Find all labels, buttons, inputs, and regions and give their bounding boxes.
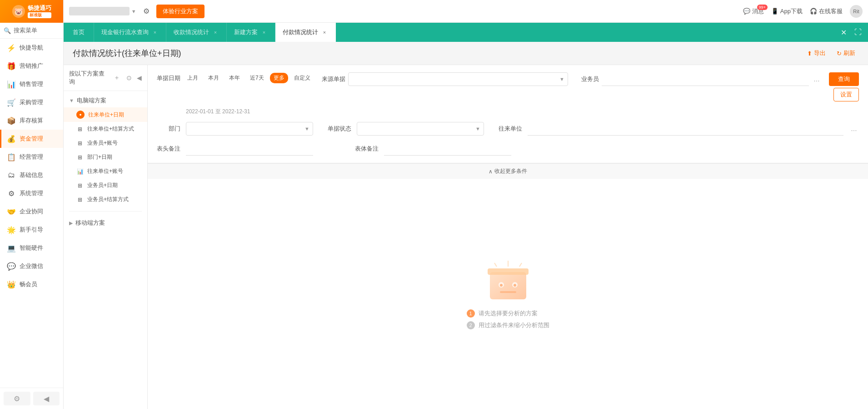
date-buttons: 上月 本月 本年 近7天 更多 自定义 — [183, 72, 314, 84]
sidebar-logo: 🐷 畅捷通巧 标准版 — [0, 0, 63, 23]
messages-btn[interactable]: 💬 消息 99+ — [743, 7, 764, 15]
scheme-item-label: 往来单位+日期 — [88, 111, 124, 119]
stock-icon: 📦 — [7, 116, 16, 125]
refresh-btn[interactable]: ↻ 刷新 — [833, 47, 859, 59]
close-all-tabs-btn[interactable]: ✕ — [837, 26, 850, 39]
scheme-icon: 📊 — [76, 168, 84, 175]
app-download-label: App下载 — [780, 7, 803, 15]
scheme-collapse-btn[interactable]: ◀ — [137, 74, 142, 81]
search-icon: 🔍 — [4, 27, 11, 34]
new-scheme-tab-close[interactable]: × — [260, 29, 268, 36]
sidebar-item-label: 营销推广 — [20, 62, 43, 70]
scheme-add-btn[interactable]: ＋ — [112, 73, 121, 83]
partner-input[interactable] — [528, 122, 843, 136]
hardware-icon: 💻 — [7, 243, 16, 252]
hint-2-text: 用过滤条件来缩小分析范围 — [479, 321, 549, 329]
scheme-section-mobile-header[interactable]: ▶ 移动端方案 — [64, 216, 147, 230]
last-7-btn[interactable]: 近7天 — [246, 72, 268, 84]
scheme-settings-btn[interactable]: ⊙ — [125, 73, 134, 83]
collapse-more-btn[interactable]: ∧ 收起更多条件 — [148, 163, 868, 179]
bank-tab-close[interactable]: × — [151, 29, 159, 36]
topbar-settings-btn[interactable]: ⚙ — [140, 5, 153, 18]
hint-num-1: 1 — [467, 309, 475, 318]
dept-select-wrapper: ▼ — [186, 122, 313, 136]
scheme-item-unit-date[interactable]: ● 往来单位+日期 — [64, 107, 147, 122]
user-avatar[interactable]: Rit — [850, 5, 863, 18]
trial-btn[interactable]: 体验行业方案 — [156, 5, 205, 18]
body-note-input[interactable] — [384, 142, 511, 156]
date-filter-label: 单据日期 — [157, 74, 180, 82]
this-month-btn[interactable]: 本月 — [204, 72, 223, 84]
sidebar-item-fund[interactable]: 💰 资金管理 — [0, 130, 63, 148]
tab-pay-stat[interactable]: 付款情况统计 × — [275, 23, 336, 42]
scheme-item-unit-account[interactable]: 📊 往来单位+账号 — [64, 164, 147, 178]
export-btn[interactable]: ⬆ 导出 — [803, 47, 829, 59]
sidebar-item-guide[interactable]: 🌟 新手引导 — [0, 221, 63, 239]
empty-hint-1: 1 请先选择要分析的方案 — [467, 309, 549, 318]
bank-tab-label: 现金银行流水查询 — [101, 28, 149, 36]
collapse-sidebar-btn[interactable]: ◀ — [33, 392, 60, 405]
logo-sub: 标准版 — [28, 12, 51, 18]
sidebar-item-quick-nav[interactable]: ⚡ 快捷导航 — [0, 39, 63, 57]
header-note-input[interactable] — [186, 142, 313, 156]
source-doc-select-wrapper: ▼ — [348, 72, 568, 86]
source-doc-select[interactable] — [348, 72, 568, 86]
scheme-item-label: 业务员+日期 — [87, 182, 118, 189]
sidebar-item-label: 基础信息 — [20, 171, 43, 179]
sidebar-item-purchase[interactable]: 🛒 采购管理 — [0, 93, 63, 111]
sidebar-item-label: 企业协同 — [20, 207, 43, 216]
query-btn[interactable]: 查询 — [829, 72, 859, 86]
sidebar-item-marketing[interactable]: 🎁 营销推广 — [0, 57, 63, 75]
pay-stat-tab-close[interactable]: × — [321, 29, 328, 36]
staff-more-btn[interactable]: … — [812, 76, 822, 83]
sidebar-item-system[interactable]: ⚙ 系统管理 — [0, 184, 63, 202]
company-selector[interactable]: company ▼ — [69, 7, 136, 15]
last-month-btn[interactable]: 上月 — [183, 72, 202, 84]
tab-home[interactable]: 首页 — [64, 23, 94, 42]
this-year-btn[interactable]: 本年 — [225, 72, 244, 84]
sales-icon: 📊 — [7, 80, 16, 89]
partner-more-btn[interactable]: … — [849, 125, 859, 132]
sidebar-item-member[interactable]: 👑 畅会员 — [0, 275, 63, 293]
sidebar-item-label: 资金管理 — [20, 135, 43, 143]
member-icon: 👑 — [7, 280, 16, 289]
search-menu[interactable]: 🔍 搜索菜单 — [0, 23, 63, 39]
empty-illustration — [481, 258, 535, 304]
sidebar-item-hardware[interactable]: 💻 智能硬件 — [0, 239, 63, 257]
filter-settings-btn[interactable]: 设置 — [833, 88, 859, 101]
refresh-label: 刷新 — [843, 49, 855, 57]
doc-status-label: 单据状态 — [328, 125, 351, 133]
sidebar-item-enterprise[interactable]: 🤝 企业协同 — [0, 202, 63, 221]
sidebar-item-basic[interactable]: 🗂 基础信息 — [0, 166, 63, 184]
dept-select[interactable] — [186, 122, 313, 136]
sidebar-item-operation[interactable]: 📋 经营管理 — [0, 148, 63, 166]
tab-new-scheme[interactable]: 新建方案 × — [227, 23, 275, 42]
scheme-item-dept-date[interactable]: ⊞ 部门+日期 — [64, 150, 147, 164]
scheme-item-staff-account[interactable]: ⊞ 业务员+账号 — [64, 136, 147, 150]
tabbar-right-actions: ✕ ⛶ — [833, 23, 868, 42]
sidebar-item-wechat[interactable]: 💬 企业微信 — [0, 257, 63, 275]
tab-bank[interactable]: 现金银行流水查询 × — [94, 23, 166, 42]
scheme-item-staff-date[interactable]: ⊞ 业务员+日期 — [64, 178, 147, 192]
mobile-section-label: 移动端方案 — [75, 219, 105, 227]
online-support-btn[interactable]: 🎧 在线客服 — [810, 7, 843, 15]
sidebar-item-sales[interactable]: 📊 销售管理 — [0, 75, 63, 93]
settings-footer-btn[interactable]: ⚙ — [4, 392, 30, 405]
doc-status-select[interactable] — [357, 122, 484, 136]
header-note-label: 表头备注 — [157, 145, 180, 153]
staff-select-wrapper — [602, 72, 809, 86]
scheme-item-staff-settle[interactable]: ⊞ 业务员+结算方式 — [64, 192, 147, 207]
scheme-section-pc-header[interactable]: ▼ 电脑端方案 — [64, 94, 147, 107]
custom-date-btn[interactable]: 自定义 — [290, 72, 314, 84]
scheme-item-unit-settle[interactable]: ⊞ 往来单位+结算方式 — [64, 122, 147, 136]
app-download-btn[interactable]: 📱 App下载 — [771, 7, 803, 15]
more-date-btn[interactable]: 更多 — [270, 73, 288, 83]
partner-label: 往来单位 — [499, 125, 522, 133]
payment-stat-tab-close[interactable]: × — [212, 29, 219, 36]
sidebar-item-label: 库存核算 — [20, 116, 43, 125]
tab-payment-stat[interactable]: 收款情况统计 × — [166, 23, 227, 42]
expand-tab-btn[interactable]: ⛶ — [852, 26, 864, 39]
logo-icon: 🐷 — [12, 5, 25, 18]
sidebar-item-stock[interactable]: 📦 库存核算 — [0, 111, 63, 130]
staff-input[interactable] — [602, 72, 809, 86]
